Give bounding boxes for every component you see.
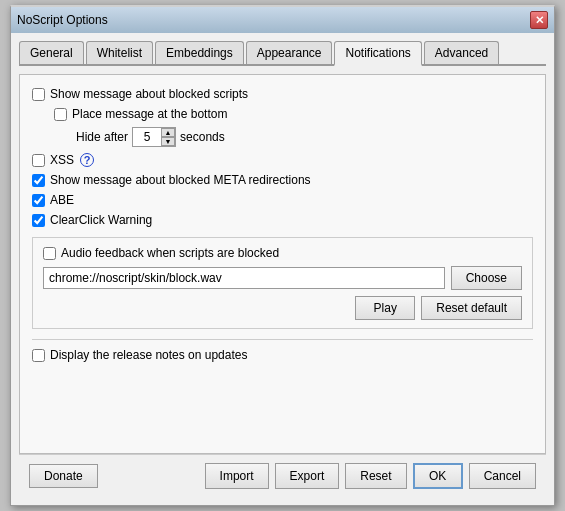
xss-text: XSS bbox=[50, 153, 74, 167]
abe-row: ABE bbox=[32, 193, 533, 207]
clearclick-text: ClearClick Warning bbox=[50, 213, 152, 227]
choose-button[interactable]: Choose bbox=[451, 266, 522, 290]
main-window: NoScript Options ✕ General Whitelist Emb… bbox=[10, 5, 555, 506]
xss-label[interactable]: XSS bbox=[32, 153, 74, 167]
clearclick-row: ClearClick Warning bbox=[32, 213, 533, 227]
spinner-up[interactable]: ▲ bbox=[161, 128, 175, 137]
place-bottom-checkbox[interactable] bbox=[54, 108, 67, 121]
close-button[interactable]: ✕ bbox=[530, 11, 548, 29]
play-button[interactable]: Play bbox=[355, 296, 415, 320]
place-bottom-label[interactable]: Place message at the bottom bbox=[54, 107, 227, 121]
xss-help-icon[interactable]: ? bbox=[80, 153, 94, 167]
clearclick-label[interactable]: ClearClick Warning bbox=[32, 213, 152, 227]
cancel-button[interactable]: Cancel bbox=[469, 463, 536, 489]
blocked-scripts-row: Show message about blocked scripts bbox=[32, 87, 533, 101]
import-button[interactable]: Import bbox=[205, 463, 269, 489]
tab-notifications[interactable]: Notifications bbox=[334, 41, 421, 66]
hide-after-row: Hide after ▲ ▼ seconds bbox=[76, 127, 533, 147]
meta-redirections-checkbox[interactable] bbox=[32, 174, 45, 187]
tab-whitelist[interactable]: Whitelist bbox=[86, 41, 153, 64]
audio-feedback-checkbox[interactable] bbox=[43, 247, 56, 260]
separator bbox=[32, 339, 533, 340]
hide-after-group: Hide after ▲ ▼ seconds bbox=[76, 127, 225, 147]
meta-redirections-label[interactable]: Show message about blocked META redirect… bbox=[32, 173, 311, 187]
tab-advanced[interactable]: Advanced bbox=[424, 41, 499, 64]
hide-after-spinner[interactable]: ▲ ▼ bbox=[132, 127, 176, 147]
reset-default-button[interactable]: Reset default bbox=[421, 296, 522, 320]
audio-path-row: Choose bbox=[43, 266, 522, 290]
release-notes-label[interactable]: Display the release notes on updates bbox=[32, 348, 247, 362]
blocked-scripts-text: Show message about blocked scripts bbox=[50, 87, 248, 101]
xss-row: XSS ? bbox=[32, 153, 533, 167]
spinner-down[interactable]: ▼ bbox=[161, 137, 175, 146]
place-bottom-row: Place message at the bottom bbox=[54, 107, 533, 121]
release-notes-row: Display the release notes on updates bbox=[32, 348, 533, 362]
clearclick-checkbox[interactable] bbox=[32, 214, 45, 227]
seconds-label: seconds bbox=[180, 130, 225, 144]
reset-button[interactable]: Reset bbox=[345, 463, 406, 489]
abe-label[interactable]: ABE bbox=[32, 193, 74, 207]
window-title: NoScript Options bbox=[17, 13, 108, 27]
release-notes-checkbox[interactable] bbox=[32, 349, 45, 362]
abe-text: ABE bbox=[50, 193, 74, 207]
release-notes-text: Display the release notes on updates bbox=[50, 348, 247, 362]
bottom-right-buttons: Import Export Reset OK Cancel bbox=[205, 463, 536, 489]
bottom-bar: Donate Import Export Reset OK Cancel bbox=[19, 454, 546, 497]
title-bar: NoScript Options ✕ bbox=[11, 7, 554, 33]
meta-redirections-row: Show message about blocked META redirect… bbox=[32, 173, 533, 187]
tab-content: Show message about blocked scripts Place… bbox=[19, 74, 546, 454]
xss-checkbox[interactable] bbox=[32, 154, 45, 167]
blocked-scripts-label[interactable]: Show message about blocked scripts bbox=[32, 87, 248, 101]
audio-feedback-row: Audio feedback when scripts are blocked bbox=[43, 246, 522, 260]
tab-appearance[interactable]: Appearance bbox=[246, 41, 333, 64]
hide-after-input[interactable] bbox=[133, 129, 161, 145]
tab-general[interactable]: General bbox=[19, 41, 84, 64]
blocked-scripts-checkbox[interactable] bbox=[32, 88, 45, 101]
audio-feedback-label[interactable]: Audio feedback when scripts are blocked bbox=[43, 246, 279, 260]
tab-bar: General Whitelist Embeddings Appearance … bbox=[19, 41, 546, 66]
donate-button[interactable]: Donate bbox=[29, 464, 98, 488]
hide-after-label: Hide after bbox=[76, 130, 128, 144]
export-button[interactable]: Export bbox=[275, 463, 340, 489]
audio-btn-row: Play Reset default bbox=[43, 296, 522, 320]
meta-redirections-text: Show message about blocked META redirect… bbox=[50, 173, 311, 187]
audio-section: Audio feedback when scripts are blocked … bbox=[32, 237, 533, 329]
window-body: General Whitelist Embeddings Appearance … bbox=[11, 33, 554, 505]
place-bottom-text: Place message at the bottom bbox=[72, 107, 227, 121]
ok-button[interactable]: OK bbox=[413, 463, 463, 489]
audio-feedback-text: Audio feedback when scripts are blocked bbox=[61, 246, 279, 260]
abe-checkbox[interactable] bbox=[32, 194, 45, 207]
tab-embeddings[interactable]: Embeddings bbox=[155, 41, 244, 64]
audio-path-input[interactable] bbox=[43, 267, 445, 289]
spinner-buttons: ▲ ▼ bbox=[161, 128, 175, 146]
